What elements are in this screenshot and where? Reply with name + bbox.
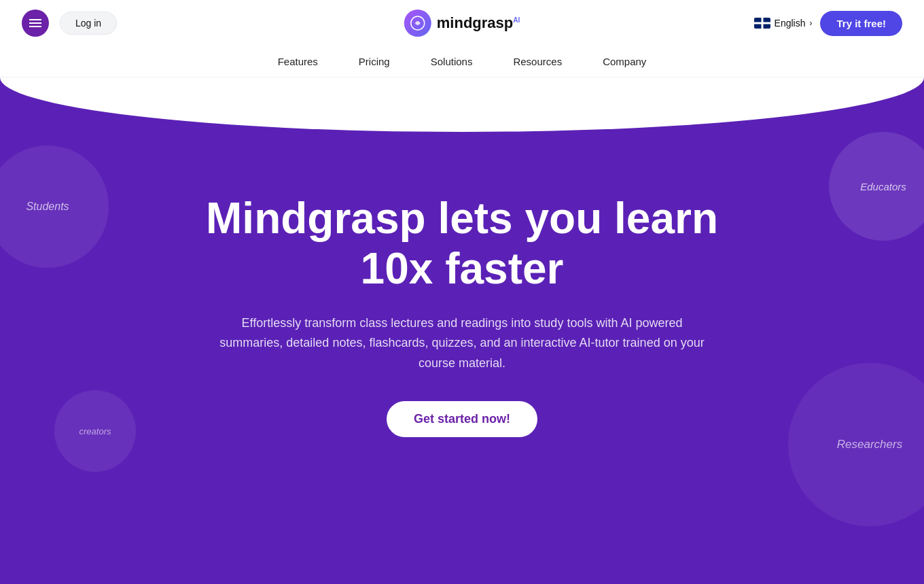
menu-button[interactable] <box>22 10 49 37</box>
researchers-label: Researchers <box>837 438 902 451</box>
header-left: Log in <box>22 10 117 37</box>
nav-solutions[interactable]: Solutions <box>431 56 473 67</box>
header: Log in mindgraspAI English › Try it free… <box>0 0 924 46</box>
language-label: English <box>775 18 806 29</box>
logo[interactable]: mindgraspAI <box>404 10 520 37</box>
bottom-section: Great for Studying, Helping with Homewor… <box>0 567 924 584</box>
chevron-right-icon: › <box>809 18 812 28</box>
nav-company[interactable]: Company <box>603 56 646 67</box>
hero-content: Mindgrasp lets you learn 10x faster Effo… <box>206 194 718 436</box>
educators-label: Educators <box>860 181 906 192</box>
header-right: English › Try it free! <box>754 11 902 36</box>
students-circle: Students <box>0 145 109 268</box>
try-free-button[interactable]: Try it free! <box>820 11 902 36</box>
uk-flag-icon <box>754 18 770 29</box>
logo-text: mindgraspAI <box>437 14 520 32</box>
hero-section: Students Educators creators Researchers … <box>0 78 924 567</box>
logo-icon <box>404 10 431 37</box>
nav-resources[interactable]: Resources <box>513 56 562 67</box>
educators-circle: Educators <box>829 132 924 241</box>
hero-subtitle: Effortlessly transform class lectures an… <box>217 313 707 374</box>
hamburger-icon <box>29 22 41 24</box>
hero-title: Mindgrasp lets you learn 10x faster <box>206 194 718 294</box>
nav-features[interactable]: Features <box>278 56 318 67</box>
creators-circle: creators <box>54 390 136 472</box>
main-nav: Features Pricing Solutions Resources Com… <box>0 46 924 78</box>
language-button[interactable]: English › <box>754 18 813 29</box>
login-button[interactable]: Log in <box>60 12 117 35</box>
nav-pricing[interactable]: Pricing <box>359 56 390 67</box>
creators-label: creators <box>79 426 111 436</box>
students-label: Students <box>26 201 69 213</box>
get-started-button[interactable]: Get started now! <box>387 401 537 437</box>
researchers-circle: Researchers <box>788 363 924 526</box>
